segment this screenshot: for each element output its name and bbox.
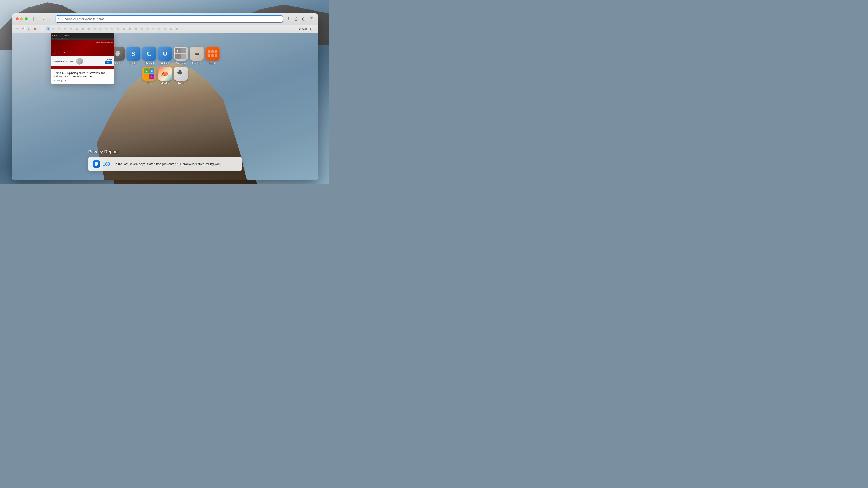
bookmark-11[interactable]: ☆ — [86, 26, 92, 31]
bookmark-7[interactable]: ☆ — [63, 26, 68, 31]
title-bar: ‹ › 🛡 — [12, 13, 318, 25]
favorites-row-1: Mac S Studio C Channel — [111, 46, 219, 64]
bookmark-17[interactable]: ☆ — [121, 26, 127, 31]
bookmark-21[interactable]: ☆ — [145, 26, 150, 31]
preview-dot-red — [52, 35, 53, 36]
start-page-button[interactable]: ★ Start Pa... — [297, 27, 315, 31]
upload-icon: U — [158, 46, 172, 61]
back-button[interactable]: ‹ — [41, 16, 46, 22]
bookmark-23[interactable]: ☆ — [157, 26, 162, 31]
monday-label: Monday — [160, 82, 169, 85]
bookmark-2[interactable]: ⏱ — [21, 26, 26, 31]
browser-content: DroneDJ News Reviews Guides More Ten rea… — [12, 33, 318, 180]
bookmark-5[interactable]: ☆ — [51, 26, 56, 31]
address-bar-wrapper: 🛡 — [56, 15, 283, 23]
bookmark-14[interactable]: ☆ — [104, 26, 109, 31]
address-input[interactable] — [62, 17, 280, 21]
bookmarks-bar: ☆ ⏱ ⊙ ⏺ e ● ☆ ☆ ☆ ☆ ☆ ☆ ☆ ☆ ☆ ☆ ☆ ☆ ☆ ☆ … — [12, 25, 318, 33]
fav-reddit[interactable]: Reddit — [206, 46, 219, 64]
mac-label: Mac — [115, 62, 120, 64]
biz-label: Biz — [147, 82, 151, 85]
biz-icon: B B B C — [142, 67, 156, 80]
fav-biz[interactable]: B B B C Biz — [142, 67, 156, 85]
upload-label: Upload — [161, 62, 169, 64]
bookmark-electrek[interactable]: e — [40, 27, 45, 31]
bookmark-10[interactable]: ☆ — [80, 26, 86, 31]
bookmark-active[interactable]: ● — [46, 26, 51, 31]
fav-apple[interactable]: Apple — [174, 67, 188, 85]
svg-rect-0 — [33, 18, 34, 21]
favorites-section: Mac S Studio C Channel — [111, 46, 219, 85]
record-icon: ⏺ — [34, 27, 37, 31]
privacy-shield-badge — [93, 160, 100, 168]
bookmark-1[interactable]: ☆ — [15, 26, 20, 31]
preview-hero: Ten reasons to buy the new DJI Mini 2 dr… — [51, 40, 114, 56]
minimize-button[interactable] — [20, 18, 23, 20]
fav-youtube[interactable]: ▶ YouTube — [174, 46, 188, 64]
youtube-folder-icon: ▶ — [174, 46, 188, 61]
privacy-message: In the last seven days, Safari has preve… — [115, 162, 220, 166]
reddit-icon — [206, 46, 219, 61]
bookmark-25[interactable]: ☆ — [168, 26, 174, 31]
drone-icon: ● — [47, 27, 49, 31]
sidebar-toggle-button[interactable] — [32, 17, 38, 22]
privacy-report-section: Privacy Report 189 In the last seven day… — [88, 149, 242, 171]
bookmark-19[interactable]: ☆ — [133, 26, 138, 31]
preview-dot-yellow — [54, 35, 55, 36]
bookmark-3[interactable]: ⊙ — [27, 26, 32, 31]
electrek-label: Electrek — [192, 62, 201, 64]
bookmark-22[interactable]: ☆ — [151, 26, 156, 31]
electrek-text: ee — [195, 51, 199, 56]
new-tab-button[interactable] — [301, 16, 307, 22]
fav-electrek[interactable]: ee Electrek — [190, 46, 204, 64]
apple-icon — [174, 67, 188, 80]
privacy-shield-icon: 🛡 — [58, 17, 61, 21]
privacy-report-card[interactable]: 189 In the last seven days, Safari has p… — [88, 157, 242, 171]
youtube-label: YouTube — [176, 62, 186, 64]
monday-icon — [158, 67, 172, 80]
bookmark-20[interactable]: ☆ — [139, 26, 145, 31]
bookmark-4[interactable]: ⏺ — [32, 26, 38, 31]
fav-upload[interactable]: U Upload — [158, 46, 172, 64]
history-icon: ⏱ — [22, 27, 25, 31]
bookmark-18[interactable]: ☆ — [127, 26, 133, 31]
bookmark-star-icon: ☆ — [16, 27, 19, 31]
preview-dot-green — [56, 35, 57, 36]
maximize-button[interactable] — [25, 18, 28, 20]
shine-cta-btn: Did it. → — [105, 61, 112, 64]
channel-icon: C — [142, 46, 156, 61]
studio-icon: S — [126, 46, 141, 61]
bookmark-8[interactable]: ☆ — [68, 26, 74, 31]
bookmark-6[interactable]: ☆ — [57, 26, 62, 31]
studio-label: Studio — [130, 62, 137, 64]
bookmark-16[interactable]: ☆ — [116, 26, 121, 31]
separator-1 — [39, 27, 39, 31]
svg-rect-4 — [311, 18, 312, 18]
fav-studio[interactable]: S Studio — [126, 46, 141, 64]
preview-article: A Rookie pilot flies both DJI Minis — [96, 42, 113, 43]
preview-header: DroneDJ — [51, 33, 114, 37]
tab-popup-title: DroneDJ – Spinning news, information and… — [54, 71, 112, 78]
shine-brand: SHINE So did we. Did it. → — [105, 58, 112, 64]
channel-label: Channel — [145, 62, 154, 64]
close-button[interactable] — [16, 18, 19, 20]
download-button[interactable] — [285, 16, 291, 22]
bookmark-13[interactable]: ☆ — [98, 26, 103, 31]
show-tabs-button[interactable] — [309, 16, 314, 22]
share-button[interactable] — [293, 16, 299, 22]
bookmark-26[interactable]: ☆ — [174, 26, 180, 31]
fav-channel[interactable]: C Channel — [142, 46, 156, 64]
bookmark-9[interactable]: ☆ — [74, 26, 80, 31]
favorites-row-2: B B B C Biz — [142, 67, 188, 85]
fav-monday[interactable]: Monday — [158, 67, 172, 85]
tracker-count: 189 — [103, 162, 110, 167]
svg-rect-1 — [35, 18, 37, 21]
bookmark-12[interactable]: ☆ — [92, 26, 97, 31]
drone-logo: DroneDJ — [63, 35, 69, 36]
forward-button[interactable]: › — [47, 16, 53, 22]
toolbar-right — [285, 16, 314, 22]
bookmark-24[interactable]: ☆ — [162, 26, 168, 31]
bookmark-15[interactable]: ☆ — [110, 26, 115, 31]
preview-ad: HATE CLEANING YOUR TOILET? SHINE So did … — [51, 56, 114, 66]
shine-ad: HATE CLEANING YOUR TOILET? — [53, 58, 83, 65]
